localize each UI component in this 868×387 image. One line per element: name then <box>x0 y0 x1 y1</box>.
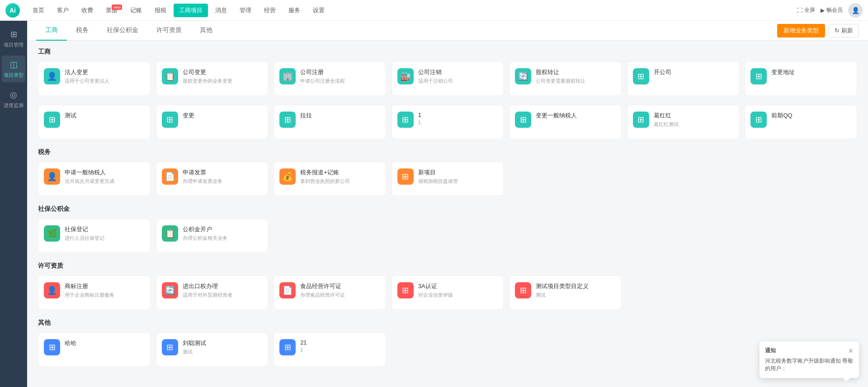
card-info-4-4: 测试项目类型目定义测试 <box>536 282 616 298</box>
fullscreen-button[interactable]: ⛶ 全屏 <box>797 6 815 14</box>
card-info-4-2: 食品经营许可证办理食品经营许可证 <box>300 282 380 298</box>
card-name-0-2: 公司注册 <box>300 68 380 76</box>
add-type-button[interactable]: 新增业务类型 <box>777 24 825 37</box>
member-button[interactable]: ▶ 畅会员 <box>821 6 843 14</box>
card-icon-0-1: 📋 <box>162 68 178 84</box>
card-icon-4-2: 📄 <box>279 282 296 298</box>
card-2-3[interactable]: ⊞新项目报税加税控盘保管 <box>392 162 504 196</box>
card-icon-0-3: 🏭 <box>397 68 414 84</box>
sidebar-item-1[interactable]: ◫ 项目类型 <box>2 56 25 82</box>
card-desc-4-3: 对企业信誉评级 <box>418 292 498 298</box>
notification-close-button[interactable]: ✕ <box>848 347 854 354</box>
card-2-0[interactable]: 👤申请一般纳税人当月或次月成变更完成 <box>38 162 151 196</box>
card-1-3[interactable]: ⊞11 <box>392 105 504 139</box>
card-name-2-1: 申请发票 <box>183 168 263 177</box>
sidebar-label-2: 进度监测 <box>4 102 24 109</box>
card-info-4-3: 3A认证对企业信誉评级 <box>418 282 498 298</box>
card-info-5-1: 刘聪测试测试 <box>183 339 263 355</box>
card-name-0-5: 开公司 <box>654 68 734 76</box>
sidebar-item-2[interactable]: ◎ 进度监测 <box>2 86 25 112</box>
card-name-1-0: 测试 <box>65 112 145 120</box>
main-layout: ⊞ 项目管理 ◫ 项目类型 ◎ 进度监测 工商税务社保公积金许可资质其他 新增业… <box>0 21 868 387</box>
card-4-4[interactable]: ⊞测试项目类型目定义测试 <box>509 275 622 310</box>
card-icon-1-5: ⊞ <box>633 112 649 128</box>
app-logo[interactable]: Ai <box>5 3 20 18</box>
card-1-5[interactable]: ⊞葛红红葛红红测试 <box>627 105 740 139</box>
nav-item-收费[interactable]: 收费 <box>76 4 99 17</box>
card-4-0[interactable]: 👤商标注册用于企业商标注册服务 <box>38 275 151 310</box>
nav-menu: 首页客户收费票据new记账报税工商项目消息管理经营服务设置 <box>27 4 797 17</box>
card-5-1[interactable]: ⊞刘聪测试测试 <box>156 332 269 367</box>
card-info-1-0: 测试 <box>65 112 145 121</box>
card-name-1-5: 葛红红 <box>654 112 734 120</box>
nav-item-票据[interactable]: 票据new <box>100 4 123 17</box>
card-icon-1-6: ⊞ <box>750 112 767 128</box>
cards-grid-2: 👤申请一般纳税人当月或次月成变更完成📄申请发票办理申请发票业务💰税务报道+记账拿… <box>38 162 857 196</box>
card-desc-1-5: 葛红红测试 <box>654 121 734 128</box>
card-1-1[interactable]: ⊞变更 <box>156 105 269 139</box>
card-desc-3-0: 进行人员社保登记 <box>65 235 145 242</box>
card-0-5[interactable]: ⊞开公司 <box>627 61 740 96</box>
card-info-0-3: 公司注销适用于注销公司 <box>418 68 498 84</box>
card-info-0-1: 公司变更股权变更外的业务变更 <box>183 68 263 84</box>
card-0-0[interactable]: 👤法人变更适用于公司变更法人 <box>38 61 151 96</box>
card-2-2[interactable]: 💰税务报道+记账拿到营业执照的新公司 <box>274 162 386 196</box>
card-0-1[interactable]: 📋公司变更股权变更外的业务变更 <box>156 61 269 96</box>
card-name-0-0: 法人变更 <box>65 68 145 76</box>
card-5-0[interactable]: ⊞哈哈 <box>38 332 151 367</box>
card-name-1-3: 1 <box>418 112 498 118</box>
nav-item-客户[interactable]: 客户 <box>52 4 74 17</box>
card-desc-4-4: 测试 <box>536 292 616 298</box>
card-0-2[interactable]: 🏢公司注册申请公司注册全流程 <box>274 61 386 96</box>
card-4-2[interactable]: 📄食品经营许可证办理食品经营许可证 <box>274 275 386 310</box>
card-icon-4-1: 🔄 <box>162 282 178 298</box>
cards-grid-4: 👤商标注册用于企业商标注册服务🔄进出口权办理适用于对外贸易经营者📄食品经营许可证… <box>38 275 857 310</box>
card-desc-2-2: 拿到营业执照的新公司 <box>300 178 380 185</box>
nav-item-管理[interactable]: 管理 <box>234 4 257 17</box>
card-0-3[interactable]: 🏭公司注销适用于注销公司 <box>392 61 504 96</box>
card-name-4-2: 食品经营许可证 <box>300 282 380 290</box>
card-icon-1-1: ⊞ <box>162 112 178 128</box>
tab-0[interactable]: 工商 <box>36 21 67 41</box>
tab-3[interactable]: 许可资质 <box>147 21 191 41</box>
nav-item-记账[interactable]: 记账 <box>125 4 147 17</box>
card-info-4-0: 商标注册用于企业商标注册服务 <box>65 282 145 298</box>
card-desc-0-4: 公司变更需要股权转让 <box>536 78 616 84</box>
card-icon-2-3: ⊞ <box>397 168 414 185</box>
card-1-0[interactable]: ⊞测试 <box>38 105 151 139</box>
card-3-0[interactable]: 🌿社保登记进行人员社保登记 <box>38 219 151 253</box>
card-info-2-0: 申请一般纳税人当月或次月成变更完成 <box>65 168 145 185</box>
nav-item-服务[interactable]: 服务 <box>283 4 306 17</box>
sidebar-item-0[interactable]: ⊞ 项目管理 <box>2 25 25 52</box>
user-avatar[interactable]: 👤 <box>848 3 863 18</box>
notification-popup: 通知 ✕ 河北税务数字账户升级影响通知 尊敬的用户： <box>760 341 859 378</box>
nav-item-经营[interactable]: 经营 <box>259 4 281 17</box>
refresh-icon: ↻ <box>835 27 840 34</box>
card-icon-1-0: ⊞ <box>44 112 60 128</box>
section-3: 社保公积金🌿社保登记进行人员社保登记📋公积金开户办理公积金相关业务 <box>38 205 857 253</box>
nav-item-报税[interactable]: 报税 <box>149 4 172 17</box>
nav-item-首页[interactable]: 首页 <box>27 4 50 17</box>
card-4-3[interactable]: ⊞3A认证对企业信誉评级 <box>392 275 504 310</box>
card-0-6[interactable]: ⊞变更地址 <box>745 61 857 96</box>
refresh-button[interactable]: ↻ 刷新 <box>829 24 859 37</box>
tab-2[interactable]: 社保公积金 <box>98 21 147 41</box>
sidebar-label-0: 项目管理 <box>4 42 24 48</box>
tab-1[interactable]: 税务 <box>67 21 98 41</box>
card-1-4[interactable]: ⊞变更一般纳税人 <box>509 105 622 139</box>
card-5-2[interactable]: ⊞211 <box>274 332 386 367</box>
card-3-1[interactable]: 📋公积金开户办理公积金相关业务 <box>156 219 269 253</box>
card-desc-5-2: 1 <box>300 347 380 353</box>
nav-item-设置[interactable]: 设置 <box>307 4 330 17</box>
card-1-6[interactable]: ⊞前期QQ <box>745 105 857 139</box>
card-4-1[interactable]: 🔄进出口权办理适用于对外贸易经营者 <box>156 275 269 310</box>
card-name-2-3: 新项目 <box>418 168 498 177</box>
card-icon-4-3: ⊞ <box>397 282 414 298</box>
card-1-2[interactable]: ⊞拉拉 <box>274 105 386 139</box>
card-0-4[interactable]: 🔄股权转让公司变更需要股权转让 <box>509 61 622 96</box>
tab-4[interactable]: 其他 <box>191 21 222 41</box>
nav-item-工商项目[interactable]: 工商项目 <box>174 4 208 17</box>
nav-item-消息[interactable]: 消息 <box>210 4 232 17</box>
card-info-1-4: 变更一般纳税人 <box>536 112 616 121</box>
card-2-1[interactable]: 📄申请发票办理申请发票业务 <box>156 162 269 196</box>
